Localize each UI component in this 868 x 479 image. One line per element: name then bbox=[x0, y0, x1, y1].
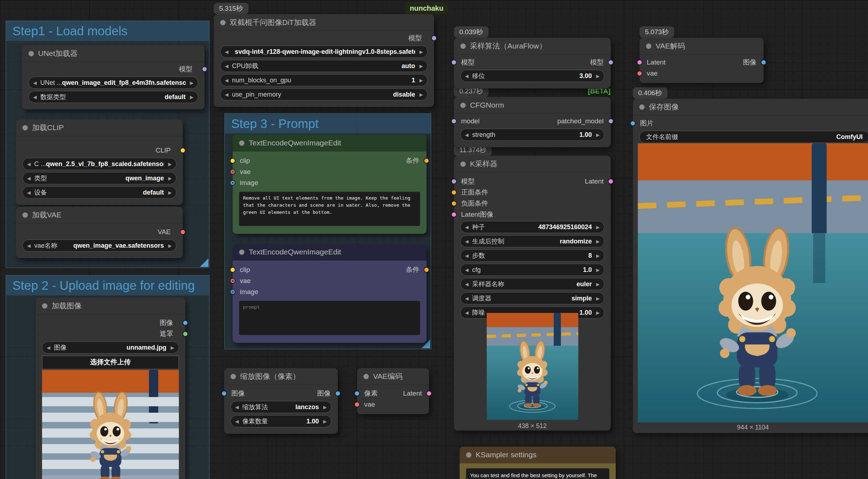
node-header[interactable]: VAE编码 bbox=[357, 368, 429, 385]
widget-num-blocks[interactable]: ◀ num_blocks_on_gpu 1 ▶ bbox=[220, 74, 428, 86]
next-arrow-icon[interactable]: ▶ bbox=[596, 239, 600, 244]
prev-arrow-icon[interactable]: ◀ bbox=[225, 78, 228, 83]
node-unet-loader[interactable]: UNet加载器 模型 ◀ UNet ... qwen_image_edit_fp… bbox=[22, 45, 205, 109]
image-port-dot[interactable] bbox=[230, 180, 236, 186]
node-text-encode-negative[interactable]: TextEncodeQwenImageEdit clip 条件 vae imag… bbox=[233, 244, 427, 343]
next-arrow-icon[interactable]: ▶ bbox=[419, 63, 423, 69]
node-header[interactable]: 双截棍千问图像DiT加载器 bbox=[214, 14, 434, 31]
widget-model-path[interactable]: ◀ svdq-int4_r128-qwen-image-edit-lightni… bbox=[220, 46, 428, 58]
widget-vae-name[interactable]: ◀ vae名称 qwen_image_vae.safetensors ▶ bbox=[22, 240, 176, 252]
next-arrow-icon[interactable]: ▶ bbox=[596, 225, 600, 230]
conditioning-port-dot[interactable] bbox=[424, 158, 429, 164]
latent-port-dot[interactable] bbox=[426, 391, 432, 396]
prev-arrow-icon[interactable]: ◀ bbox=[225, 92, 228, 97]
image-port-dot[interactable] bbox=[182, 320, 188, 326]
node-header[interactable]: TextEncodeQwenImageEdit bbox=[233, 135, 427, 151]
prompt-textarea[interactable]: prompt bbox=[239, 301, 420, 335]
widget-control-after-generate[interactable]: ◀ 生成后控制 randomize ▶ bbox=[460, 235, 604, 247]
node-vae-encode[interactable]: VAE编码 像素 Latent vae bbox=[357, 368, 429, 414]
prev-arrow-icon[interactable]: ◀ bbox=[465, 310, 469, 315]
widget-image-file[interactable]: ◀ 图像 unnamed.jpg ▶ bbox=[42, 341, 179, 354]
model-port-dot[interactable] bbox=[202, 66, 207, 72]
node-header[interactable]: K采样器 bbox=[454, 156, 611, 172]
node-clip-loader[interactable]: 加载CLIP CLIP ◀ C ... qwen_2.5_vl_7b_fp8_s… bbox=[16, 119, 183, 205]
prev-arrow-icon[interactable]: ◀ bbox=[465, 73, 469, 79]
widget-cfg[interactable]: ◀ cfg 1.0 ▶ bbox=[460, 264, 604, 276]
node-vae-loader[interactable]: 加载VAE VAE ◀ vae名称 qwen_image_vae.safeten… bbox=[16, 207, 183, 258]
widget-clip-device[interactable]: ◀ 设备 default ▶ bbox=[22, 186, 176, 199]
prev-arrow-icon[interactable]: ◀ bbox=[235, 419, 239, 424]
vae-port-dot[interactable] bbox=[637, 71, 642, 76]
note-textarea[interactable]: You can test and find the best setting b… bbox=[466, 468, 609, 479]
widget-strength[interactable]: ◀ strength 1.00 ▶ bbox=[460, 129, 604, 141]
next-arrow-icon[interactable]: ▶ bbox=[190, 94, 193, 100]
latent-port-dot[interactable] bbox=[608, 179, 614, 184]
next-arrow-icon[interactable]: ▶ bbox=[419, 78, 423, 83]
prev-arrow-icon[interactable]: ◀ bbox=[33, 80, 37, 86]
model-port-dot[interactable] bbox=[451, 118, 457, 124]
widget-cpu-offload[interactable]: ◀ CPU卸载 auto ▶ bbox=[220, 60, 428, 72]
widget-seed[interactable]: ◀ 种子 487346925160024 ▶ bbox=[460, 221, 604, 233]
node-header[interactable]: 采样算法（AuraFlow） bbox=[454, 38, 611, 55]
prev-arrow-icon[interactable]: ◀ bbox=[225, 49, 228, 55]
model-port-dot[interactable] bbox=[608, 60, 614, 65]
prev-arrow-icon[interactable]: ◀ bbox=[465, 267, 469, 273]
node-graph-canvas[interactable]: Step1 - Load models Step 2 - Upload imag… bbox=[0, 0, 868, 479]
node-header[interactable]: 加载VAE bbox=[16, 207, 183, 223]
widget-dtype[interactable]: ◀ 数据类型 default ▶ bbox=[29, 91, 198, 103]
widget-scheduler[interactable]: ◀ 调度器 simple ▶ bbox=[460, 292, 604, 304]
prev-arrow-icon[interactable]: ◀ bbox=[465, 225, 469, 230]
clip-port-dot[interactable] bbox=[230, 158, 236, 164]
image-port-dot[interactable] bbox=[230, 289, 236, 295]
node-cfgnorm[interactable]: CFGNorm model patched_model ◀ strength 1… bbox=[454, 97, 611, 147]
next-arrow-icon[interactable]: ▶ bbox=[596, 310, 600, 315]
widget-filename-prefix[interactable]: 文件名前缀 ComfyUI bbox=[639, 131, 868, 143]
image-port-dot[interactable] bbox=[221, 391, 227, 396]
vae-port-dot[interactable] bbox=[180, 229, 186, 235]
node-header[interactable]: TextEncodeQwenImageEdit bbox=[233, 244, 427, 261]
node-header[interactable]: 加载CLIP bbox=[16, 119, 183, 136]
conditioning-port-dot[interactable] bbox=[424, 267, 429, 273]
next-arrow-icon[interactable]: ▶ bbox=[168, 161, 172, 167]
prev-arrow-icon[interactable]: ◀ bbox=[465, 239, 469, 244]
prev-arrow-icon[interactable]: ◀ bbox=[27, 190, 31, 195]
next-arrow-icon[interactable]: ▶ bbox=[168, 243, 172, 248]
image-port-dot[interactable] bbox=[761, 60, 766, 65]
group-header[interactable]: Step 2 - Upload image for editing bbox=[6, 275, 209, 295]
next-arrow-icon[interactable]: ▶ bbox=[171, 345, 174, 350]
node-image-scale[interactable]: 缩放图像（像素） 图像 图像 ◀ 缩放算法 lanczos ▶ ◀ 像素数量 1… bbox=[224, 368, 338, 434]
prev-arrow-icon[interactable]: ◀ bbox=[465, 282, 469, 287]
next-arrow-icon[interactable]: ▶ bbox=[323, 419, 327, 424]
widget-unet-name[interactable]: ◀ UNet ... qwen_image_edit_fp8_e4m3fn.sa… bbox=[29, 77, 198, 89]
node-text-encode-positive[interactable]: TextEncodeQwenImageEdit clip 条件 vae imag… bbox=[233, 135, 427, 234]
widget-clip-name[interactable]: ◀ C ... qwen_2.5_vl_7b_fp8_scaled.safete… bbox=[22, 158, 176, 170]
clip-port-dot[interactable] bbox=[180, 148, 186, 153]
node-header[interactable]: UNet加载器 bbox=[22, 45, 205, 62]
prev-arrow-icon[interactable]: ◀ bbox=[47, 345, 50, 350]
choose-file-upload-button[interactable]: 选择文件上传 bbox=[42, 356, 179, 369]
widget-clip-type[interactable]: ◀ 类型 qwen_image ▶ bbox=[22, 172, 176, 184]
image-port-dot[interactable] bbox=[630, 120, 636, 126]
next-arrow-icon[interactable]: ▶ bbox=[419, 49, 423, 55]
node-header[interactable]: CFGNorm bbox=[454, 97, 611, 114]
prev-arrow-icon[interactable]: ◀ bbox=[465, 132, 469, 138]
image-port-dot[interactable] bbox=[335, 391, 341, 396]
node-save-image[interactable]: 保存图像 图片 文件名前缀 ComfyUI bbox=[633, 99, 868, 433]
group-header[interactable]: Step1 - Load models bbox=[6, 21, 209, 41]
conditioning-port-dot[interactable] bbox=[451, 201, 457, 206]
next-arrow-icon[interactable]: ▶ bbox=[596, 253, 600, 258]
node-nunchaku-dit-loader[interactable]: 双截棍千问图像DiT加载器 模型 ◀ svdq-int4_r128-qwen-i… bbox=[214, 14, 434, 107]
model-port-dot[interactable] bbox=[451, 179, 457, 184]
next-arrow-icon[interactable]: ▶ bbox=[419, 92, 423, 97]
prev-arrow-icon[interactable]: ◀ bbox=[27, 243, 31, 248]
next-arrow-icon[interactable]: ▶ bbox=[190, 80, 193, 86]
vae-port-dot[interactable] bbox=[354, 402, 360, 407]
widget-pin-memory[interactable]: ◀ use_pin_memory disable ▶ bbox=[220, 88, 428, 101]
prev-arrow-icon[interactable]: ◀ bbox=[27, 176, 31, 181]
vae-port-dot[interactable] bbox=[230, 169, 236, 175]
prev-arrow-icon[interactable]: ◀ bbox=[465, 296, 469, 301]
next-arrow-icon[interactable]: ▶ bbox=[596, 282, 600, 287]
node-header[interactable]: 保存图像 bbox=[633, 99, 868, 115]
latent-port-dot[interactable] bbox=[451, 212, 457, 217]
next-arrow-icon[interactable]: ▶ bbox=[596, 132, 600, 138]
